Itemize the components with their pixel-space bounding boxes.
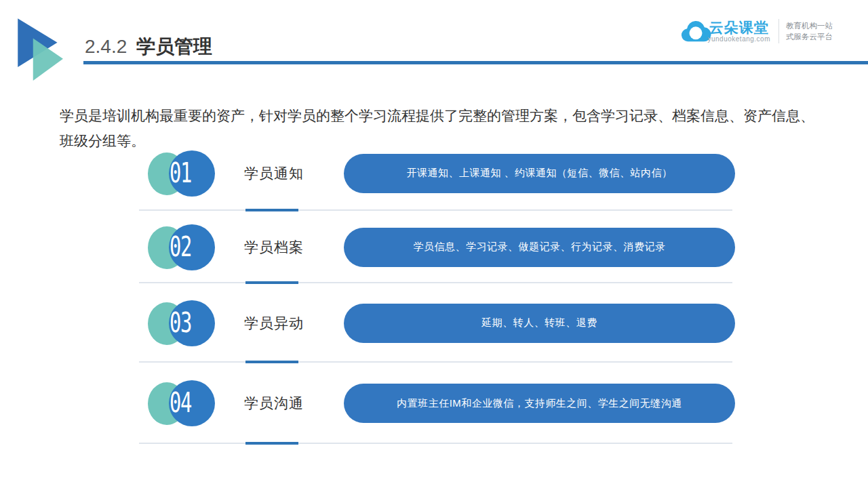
row-description-pill: 内置班主任IM和企业微信，支持师生之间、学生之间无缝沟通 — [344, 384, 735, 423]
page-title-text: 学员管理 — [136, 36, 212, 57]
row-divider-accent — [245, 442, 298, 445]
number-badge: 01 — [148, 150, 216, 197]
row-label: 学员沟通 — [244, 394, 305, 413]
badge-number: 03 — [167, 307, 193, 338]
row-label: 学员通知 — [244, 164, 305, 183]
brand-logo: 云朵课堂 yunduoketang.com 教育机构一站 式服务云平台 — [680, 19, 833, 43]
slide: 2.4.2 学员管理 云朵课堂 yunduoketang.com 教育机构一站 … — [0, 0, 868, 488]
badge-number: 01 — [167, 157, 193, 188]
badge-number: 02 — [167, 231, 193, 262]
number-badge: 04 — [148, 380, 216, 427]
feature-row-archive: 02 学员档案 学员信息、学习记录、做题记录、行为记录、消费记录 — [139, 211, 735, 283]
row-label: 学员档案 — [244, 238, 305, 257]
row-description-pill: 延期、转人、转班、退费 — [344, 304, 735, 343]
badge-number: 04 — [167, 387, 193, 418]
feature-row-notify: 01 学员通知 开课通知、上课通知 、约课通知（短信、微信、站内信） — [139, 136, 735, 211]
row-divider — [139, 443, 732, 444]
brand-mark: 云朵课堂 yunduoketang.com — [680, 19, 770, 43]
brand-tagline-line1: 教育机构一站 — [786, 20, 833, 31]
brand-separator — [778, 19, 779, 43]
title-underline — [83, 61, 868, 64]
brand-tagline-line2: 式服务云平台 — [786, 31, 833, 42]
row-label: 学员异动 — [244, 314, 305, 333]
brand-tagline: 教育机构一站 式服务云平台 — [786, 20, 833, 42]
row-description-pill: 学员信息、学习记录、做题记录、行为记录、消费记录 — [344, 228, 735, 267]
section-number: 2.4.2 — [85, 36, 127, 57]
brand-name: 云朵课堂 — [709, 20, 769, 35]
page-title: 2.4.2 学员管理 — [85, 35, 212, 58]
brand-url: yunduoketang.com — [707, 35, 770, 43]
number-badge: 03 — [148, 300, 216, 347]
feature-row-communication: 04 学员沟通 内置班主任IM和企业微信，支持师生之间、学生之间无缝沟通 — [139, 363, 735, 444]
row-description-pill: 开课通知、上课通知 、约课通知（短信、微信、站内信） — [344, 154, 735, 193]
feature-row-change: 03 学员异动 延期、转人、转班、退费 — [139, 283, 735, 363]
number-badge: 02 — [148, 224, 216, 271]
corner-triangles-logo — [9, 12, 73, 83]
